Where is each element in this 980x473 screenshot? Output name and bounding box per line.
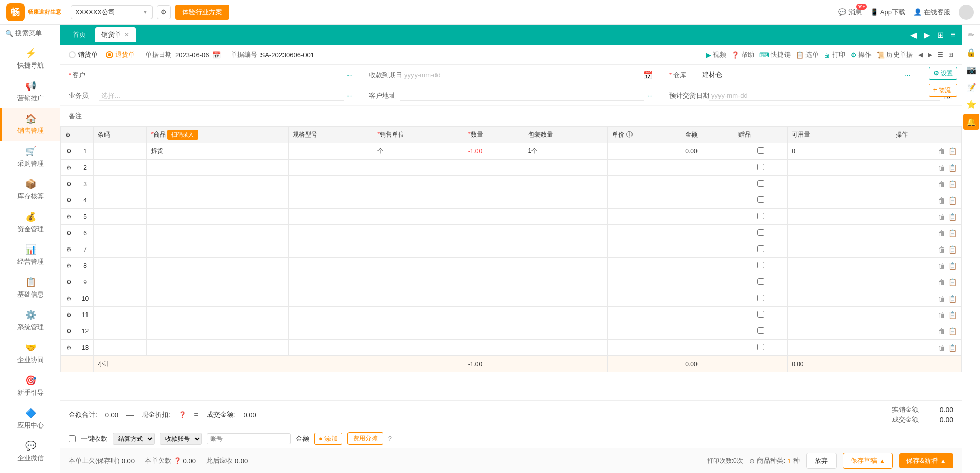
row-product-2[interactable]: [146, 176, 288, 192]
warehouse-input[interactable]: [700, 70, 902, 80]
row-spec-9[interactable]: [289, 290, 373, 307]
row-qty-0[interactable]: -1.00: [464, 143, 524, 160]
history-link[interactable]: 📜 历史单据: [877, 50, 913, 59]
row-delete-icon-10[interactable]: 🗑: [938, 311, 945, 319]
row-gift-10[interactable]: [734, 307, 788, 323]
user-avatar[interactable]: [959, 5, 974, 20]
payment-help-icon[interactable]: ?: [388, 435, 392, 442]
tab-sales-order[interactable]: 销货单 ✕: [95, 27, 136, 42]
row-copy-icon-9[interactable]: 📋: [948, 295, 957, 303]
row-gift-1[interactable]: [734, 160, 788, 176]
row-product-0[interactable]: 拆货: [146, 143, 288, 160]
sidebar-item-wechat[interactable]: 💬 企业微信: [0, 435, 60, 468]
sidebar-item-basic[interactable]: 📋 基础信息: [0, 272, 60, 304]
row-settings-6[interactable]: ⚙: [61, 241, 77, 258]
row-price-8[interactable]: [608, 274, 681, 290]
row-spec-12[interactable]: [289, 340, 373, 356]
row-qty-1[interactable]: [464, 160, 524, 176]
row-unit-12[interactable]: [373, 340, 464, 356]
row-qty-2[interactable]: [464, 176, 524, 192]
row-price-7[interactable]: [608, 258, 681, 274]
row-spec-3[interactable]: [289, 192, 373, 209]
row-qty-7[interactable]: [464, 258, 524, 274]
row-amount-7[interactable]: [681, 258, 734, 274]
scan-button[interactable]: 扫码录入: [167, 130, 198, 140]
app-download-button[interactable]: 📱 App下载: [870, 8, 905, 17]
sidebar-item-sales[interactable]: 🏠 销售管理: [0, 108, 60, 141]
row-barcode-4[interactable]: [94, 209, 147, 225]
row-pkg-qty-5[interactable]: [524, 225, 608, 241]
row-qty-12[interactable]: [464, 340, 524, 356]
customer-input[interactable]: [99, 70, 344, 80]
sidebar-item-enterprise[interactable]: 🤝 企业协同: [0, 337, 60, 370]
right-panel-alert-icon[interactable]: 🔔: [963, 114, 979, 130]
row-product-8[interactable]: [146, 274, 288, 290]
save-draft-button[interactable]: 保存草稿 ▲: [843, 453, 894, 469]
customer-addr-input[interactable]: [400, 91, 644, 101]
customer-dots-icon[interactable]: ···: [347, 71, 353, 79]
row-gift-3[interactable]: [734, 192, 788, 209]
row-price-11[interactable]: [608, 323, 681, 340]
row-copy-icon-7[interactable]: 📋: [948, 262, 957, 270]
row-pkg-qty-4[interactable]: [524, 209, 608, 225]
row-settings-0[interactable]: ⚙: [61, 143, 77, 160]
tab-home[interactable]: 首页: [64, 27, 94, 42]
row-copy-icon-4[interactable]: 📋: [948, 213, 957, 221]
col-settings-header[interactable]: ⚙: [61, 127, 77, 143]
row-qty-4[interactable]: [464, 209, 524, 225]
row-barcode-6[interactable]: [94, 241, 147, 258]
row-pkg-qty-10[interactable]: [524, 307, 608, 323]
row-gift-5[interactable]: [734, 225, 788, 241]
row-amount-5[interactable]: [681, 225, 734, 241]
select-link[interactable]: 📋 选单: [796, 50, 819, 59]
row-spec-4[interactable]: [289, 209, 373, 225]
save-new-button[interactable]: 保存&新增 ▲: [899, 453, 953, 468]
row-price-6[interactable]: [608, 241, 681, 258]
row-product-7[interactable]: [146, 258, 288, 274]
tab-list-icon[interactable]: ≡: [949, 29, 957, 41]
row-spec-6[interactable]: [289, 241, 373, 258]
discard-button[interactable]: 放弃: [806, 453, 837, 469]
row-unit-1[interactable]: [373, 160, 464, 176]
row-amount-9[interactable]: [681, 290, 734, 307]
row-barcode-8[interactable]: [94, 274, 147, 290]
return-order-radio[interactable]: 退货单: [106, 50, 135, 59]
row-product-1[interactable]: [146, 160, 288, 176]
row-delete-icon-4[interactable]: 🗑: [938, 213, 945, 221]
row-delete-icon-6[interactable]: 🗑: [938, 245, 945, 254]
row-barcode-2[interactable]: [94, 176, 147, 192]
row-price-0[interactable]: [608, 143, 681, 160]
right-panel-photo-icon[interactable]: 📷: [963, 61, 979, 78]
row-settings-4[interactable]: ⚙: [61, 209, 77, 225]
row-settings-12[interactable]: ⚙: [61, 340, 77, 356]
row-barcode-1[interactable]: [94, 160, 147, 176]
form-logistics-button[interactable]: + 物流: [929, 84, 957, 97]
settings-button[interactable]: ⚙: [157, 5, 171, 19]
row-unit-5[interactable]: [373, 225, 464, 241]
row-qty-11[interactable]: [464, 323, 524, 340]
row-amount-3[interactable]: [681, 192, 734, 209]
one-click-payment-checkbox[interactable]: [69, 435, 76, 442]
row-settings-11[interactable]: ⚙: [61, 323, 77, 340]
row-pkg-qty-3[interactable]: [524, 192, 608, 209]
row-copy-icon-12[interactable]: 📋: [948, 344, 957, 352]
right-panel-note-icon[interactable]: 📝: [963, 79, 979, 95]
right-panel-lock-icon[interactable]: 🔒: [963, 44, 979, 60]
row-settings-5[interactable]: ⚙: [61, 225, 77, 241]
row-amount-11[interactable]: [681, 323, 734, 340]
row-product-10[interactable]: [146, 307, 288, 323]
row-settings-3[interactable]: ⚙: [61, 192, 77, 209]
row-product-9[interactable]: [146, 290, 288, 307]
row-qty-10[interactable]: [464, 307, 524, 323]
row-spec-5[interactable]: [289, 225, 373, 241]
row-pkg-qty-2[interactable]: [524, 176, 608, 192]
row-price-3[interactable]: [608, 192, 681, 209]
tab-nav-right-icon[interactable]: ▶: [922, 29, 932, 41]
date-calendar-icon[interactable]: 📅: [212, 51, 221, 59]
sidebar-item-marketing[interactable]: 📢 营销推广: [0, 75, 60, 108]
row-price-9[interactable]: [608, 290, 681, 307]
row-gift-6[interactable]: [734, 241, 788, 258]
calc-method-select[interactable]: 结算方式: [113, 433, 155, 445]
sidebar-item-appstore[interactable]: 🔷 应用中心: [0, 402, 60, 435]
row-amount-8[interactable]: [681, 274, 734, 290]
